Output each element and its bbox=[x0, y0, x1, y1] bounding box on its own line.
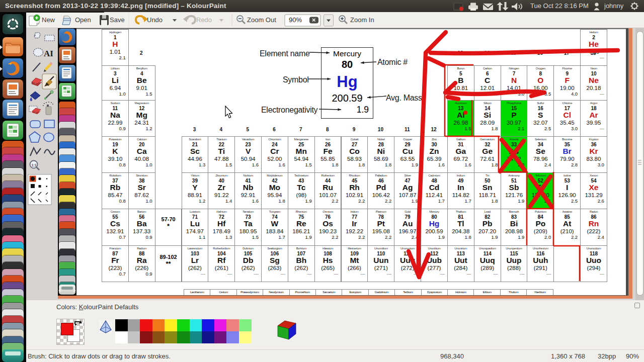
svg-text:1:1: 1:1 bbox=[32, 163, 37, 167]
svg-text:AI: AI bbox=[44, 49, 53, 58]
